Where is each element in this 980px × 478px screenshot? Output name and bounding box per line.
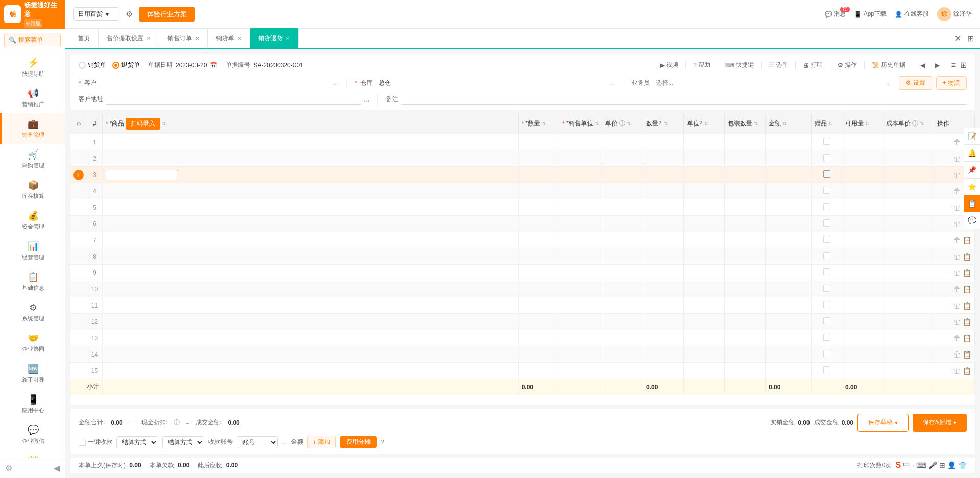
sidebar-item-basic-info[interactable]: 📋 基础信息	[0, 266, 65, 297]
history-btn[interactable]: 📜 历史单据	[869, 59, 909, 71]
sort-unit-icon[interactable]: ⇅	[595, 121, 599, 127]
user-profile-button[interactable]: 徐 徐泽华	[937, 7, 972, 21]
gift-checkbox[interactable]	[823, 350, 830, 357]
row-price-cell[interactable]	[602, 281, 643, 297]
row-amount-cell[interactable]	[766, 330, 812, 346]
right-panel-btn-2[interactable]: 🔔	[964, 144, 980, 161]
operations-btn[interactable]: ⚙ 操作	[835, 59, 860, 71]
tab-close-price-setting[interactable]: ✕	[146, 36, 151, 41]
add-row-button[interactable]: +	[74, 170, 84, 180]
account-select-dots[interactable]: ...	[282, 439, 287, 446]
row-gift-cell[interactable]	[812, 297, 842, 314]
sidebar-item-wechat[interactable]: 💬 企业微信	[0, 419, 65, 450]
shortcut-btn[interactable]: ⌨ 快捷键	[722, 59, 757, 71]
row-product-cell[interactable]	[103, 265, 519, 281]
sort-pack-icon[interactable]: ⇅	[754, 121, 758, 127]
sidebar-item-apps[interactable]: 📱 应用中心	[0, 389, 65, 419]
row-price-cell[interactable]	[602, 314, 643, 330]
save-new-button[interactable]: 保存&新增 ▾	[913, 414, 967, 432]
tab-price-setting[interactable]: 售价提取设置 ✕	[99, 28, 159, 48]
copy-row-icon[interactable]: 📋	[963, 253, 971, 261]
row-gift-cell[interactable]	[812, 281, 842, 297]
sidebar-item-enterprise[interactable]: 🤝 企业协同	[0, 328, 65, 358]
sidebar-item-purchase[interactable]: 🛒 采购管理	[0, 144, 65, 174]
row-qty-cell[interactable]	[518, 183, 559, 199]
prev-record-btn[interactable]: ◀	[917, 60, 928, 70]
delete-row-icon[interactable]: 🗑	[953, 285, 961, 293]
delete-row-icon[interactable]: 🗑	[953, 269, 961, 277]
sort-product-icon[interactable]: ⇅	[162, 121, 166, 127]
row-gift-cell[interactable]	[812, 216, 842, 232]
copy-row-icon[interactable]: 📋	[963, 285, 971, 293]
row-unit-cell[interactable]	[559, 150, 602, 167]
row-price-cell[interactable]	[602, 248, 643, 265]
row-amount-cell[interactable]	[766, 167, 812, 183]
delete-row-icon[interactable]: 🗑	[953, 155, 961, 163]
sort-gift-icon[interactable]: ⇅	[828, 121, 832, 127]
row-qty-cell[interactable]	[518, 265, 559, 281]
salesman-select-btn[interactable]: ...	[886, 80, 891, 87]
row-product-cell[interactable]	[103, 150, 519, 167]
row-unit2-cell[interactable]	[684, 183, 725, 199]
row-unit-cell[interactable]	[559, 199, 602, 216]
row-product-cell[interactable]	[103, 199, 519, 216]
row-unit-cell[interactable]	[559, 297, 602, 314]
row-product-cell[interactable]	[103, 346, 519, 363]
tab-expand-button[interactable]: ⊞	[965, 34, 976, 43]
row-qty-cell[interactable]	[518, 314, 559, 330]
help-btn[interactable]: ? 帮助	[690, 59, 714, 71]
row-gift-cell[interactable]	[812, 248, 842, 265]
row-unit2-cell[interactable]	[684, 150, 725, 167]
row-qty2-cell[interactable]	[643, 281, 684, 297]
row-price-cell[interactable]	[602, 150, 643, 167]
row-pack-cell[interactable]	[725, 297, 766, 314]
row-price-cell[interactable]	[602, 265, 643, 281]
row-price-cell[interactable]	[602, 346, 643, 363]
ime-icon-7[interactable]: 👤	[947, 461, 956, 469]
sidebar-item-operations[interactable]: 📊 经营管理	[0, 236, 65, 266]
ime-icon-5[interactable]: 🎤	[928, 461, 937, 469]
tab-close-all-button[interactable]: ✕	[950, 34, 965, 43]
sidebar-settings-icon[interactable]: ⚙	[5, 463, 12, 473]
row-pack-cell[interactable]	[725, 363, 766, 379]
customer-input[interactable]	[100, 78, 330, 88]
sidebar-item-inventory[interactable]: 📦 库存核算	[0, 174, 65, 205]
row-product-cell[interactable]	[103, 167, 519, 183]
copy-row-icon[interactable]: 📋	[963, 334, 971, 342]
tab-sales-return[interactable]: 销货退货 ✕	[250, 28, 299, 48]
row-unit2-cell[interactable]	[684, 232, 725, 248]
delete-row-icon[interactable]: 🗑	[953, 138, 961, 146]
radio-delivery[interactable]: 销货单	[79, 61, 106, 69]
row-qty2-cell[interactable]	[643, 248, 684, 265]
sidebar-item-system[interactable]: ⚙ 系统管理	[0, 297, 65, 328]
row-gift-cell[interactable]	[812, 183, 842, 199]
row-qty2-cell[interactable]	[643, 314, 684, 330]
ime-icon-3[interactable]: ·	[912, 461, 914, 469]
gift-checkbox[interactable]	[823, 285, 830, 292]
gift-checkbox[interactable]	[823, 317, 830, 324]
row-product-cell[interactable]	[103, 248, 519, 265]
row-pack-cell[interactable]	[725, 281, 766, 297]
address-select-btn[interactable]: ...	[364, 96, 369, 103]
salesman-input[interactable]	[653, 78, 883, 88]
sort-price-icon[interactable]: ⇅	[627, 121, 631, 127]
row-pack-cell[interactable]	[725, 346, 766, 363]
row-unit-cell[interactable]	[559, 265, 602, 281]
row-price-cell[interactable]	[602, 183, 643, 199]
row-qty-cell[interactable]	[518, 248, 559, 265]
row-qty-cell[interactable]	[518, 363, 559, 379]
customer-select-btn[interactable]: ...	[333, 80, 338, 87]
add-payment-button[interactable]: + 添加	[307, 436, 336, 448]
ime-icon-4[interactable]: ⌨	[916, 461, 926, 469]
row-unit-cell[interactable]	[559, 281, 602, 297]
row-amount-cell[interactable]	[766, 216, 812, 232]
row-unit2-cell[interactable]	[684, 167, 725, 183]
row-price-cell[interactable]	[602, 199, 643, 216]
sidebar-item-marketing[interactable]: 📢 营销推广	[0, 83, 65, 113]
tab-close-sales-order[interactable]: ✕	[195, 36, 199, 41]
copy-row-icon[interactable]: 📋	[963, 236, 971, 244]
delete-row-icon[interactable]: 🗑	[953, 334, 961, 342]
address-input[interactable]	[106, 94, 361, 105]
tab-close-sales-delivery[interactable]: ✕	[237, 36, 241, 41]
row-pack-cell[interactable]	[725, 232, 766, 248]
